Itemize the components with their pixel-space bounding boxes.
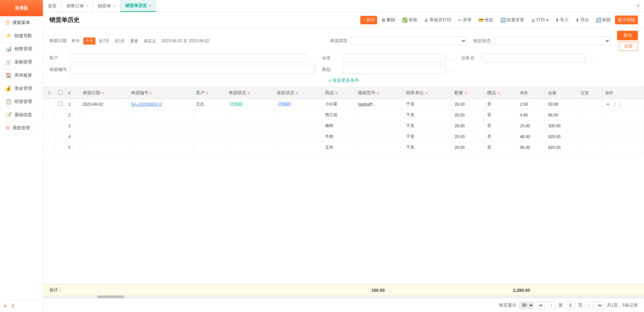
sidebar-item-quick-nav[interactable]: ⚡ 快捷导航: [0, 29, 43, 43]
delete-button[interactable]: 🗑 删除: [379, 16, 398, 24]
sort-unit-icon[interactable]: ⇅: [425, 91, 428, 95]
date-chip-more[interactable]: 更多: [128, 37, 140, 45]
date-chip-7days[interactable]: 近7天: [97, 37, 111, 45]
col-unit[interactable]: 销售单位 ⇅: [403, 87, 452, 99]
content-area: 销货单历史 + 新增 🗑 删除 ✅ 审核 🖨 审核并打印 ↩ 弃审: [43, 12, 644, 312]
tab-sales-order-close[interactable]: ×: [86, 4, 88, 8]
sort-qty-icon[interactable]: ⇅: [465, 91, 467, 95]
col-spec[interactable]: 规格型号 ⇅: [355, 87, 403, 99]
warehouse-input[interactable]: [342, 54, 446, 62]
doc-type-label: 单据类型: [330, 38, 348, 44]
refresh-button[interactable]: 🔃 刷新: [593, 16, 614, 24]
query-button[interactable]: 查询: [617, 31, 638, 40]
page-number-input[interactable]: [565, 301, 576, 309]
row-checkbox[interactable]: [58, 102, 63, 106]
col-gift[interactable]: 赠品 ⇅: [484, 87, 517, 99]
col-price: 单价: [517, 87, 545, 99]
next-page-button[interactable]: ›: [585, 301, 593, 309]
tab-sales-history-close[interactable]: ×: [149, 4, 151, 8]
sidebar-item-label: 资金管理: [15, 85, 32, 92]
sort-doc-status-icon[interactable]: ⇅: [247, 91, 250, 95]
sort-gift-icon[interactable]: ⇅: [497, 91, 500, 95]
docno-input[interactable]: [70, 65, 315, 74]
date-chip-yesterday[interactable]: 昨天: [70, 37, 82, 45]
row-customer: 王总: [193, 99, 226, 110]
date-chip-1month[interactable]: 近1月: [113, 37, 127, 45]
row-checkbox-cell: [55, 131, 65, 142]
import-button[interactable]: ⬆ 导入: [553, 16, 571, 24]
salesperson-dots[interactable]: ...: [587, 55, 594, 61]
sidebar-item-sys-mgmt[interactable]: ⚙ 系统管理: [0, 122, 43, 135]
first-page-button[interactable]: ⏮: [537, 301, 545, 309]
tab-home[interactable]: 首页: [43, 0, 62, 12]
row-seq: 5: [65, 142, 80, 153]
goods-dots[interactable]: ...: [448, 67, 455, 72]
sidebar-item-base-info[interactable]: 📝 基础信息: [0, 108, 43, 122]
setting-button[interactable]: 设置: [619, 42, 638, 51]
batch-change-label: 批量变更: [507, 17, 524, 23]
goods-input[interactable]: [342, 65, 446, 74]
tab-sales-order[interactable]: 销售订单 ×: [62, 0, 93, 12]
prev-page-button[interactable]: ‹: [548, 301, 556, 309]
last-page-button[interactable]: ⏭: [596, 301, 604, 309]
date-chip-today[interactable]: 今天: [83, 37, 95, 45]
receive-button[interactable]: 💳 收款: [476, 16, 496, 24]
table-scroll-bar[interactable]: [43, 295, 644, 298]
row-doc-no-link[interactable]: SA-20230602-0: [131, 102, 162, 107]
page-size-select[interactable]: 50: [519, 302, 534, 309]
pause-icon[interactable]: ⏸: [10, 303, 16, 309]
col-doc-no[interactable]: 单据编号 ⇅: [128, 87, 193, 99]
tab-sales-delivery-close[interactable]: ×: [113, 4, 115, 8]
col-settings[interactable]: ⚙: [43, 87, 55, 99]
review-print-button[interactable]: 🖨 审核并打印: [421, 16, 454, 24]
select-all-checkbox[interactable]: [58, 90, 63, 95]
sidebar-item-finance[interactable]: 💰 资金管理: [0, 82, 43, 95]
print-button[interactable]: 🖨 打印 ▾: [528, 16, 551, 24]
sort-customer-icon[interactable]: ⇅: [206, 91, 208, 95]
sidebar-item-inventory[interactable]: 🏠 库存核算: [0, 69, 43, 82]
col-doc-date[interactable]: 单据日期 ⇅: [80, 87, 128, 99]
show-detail-button[interactable]: 显示明细: [615, 16, 638, 24]
warehouse-dots[interactable]: ...: [448, 55, 455, 61]
sidebar-item-operations[interactable]: 📋 经营管理: [0, 95, 43, 108]
theme-icon[interactable]: ☀: [3, 303, 7, 309]
more-op-button[interactable]: ⋮⋮: [611, 102, 623, 107]
edit-op-button[interactable]: ✏: [605, 102, 611, 107]
customer-dots[interactable]: ...: [308, 55, 315, 61]
row-unit: 千克: [403, 131, 452, 142]
abandon-button[interactable]: ↩ 弃审: [455, 16, 474, 24]
export-button[interactable]: ⬇ 导出: [573, 16, 592, 24]
customer-input[interactable]: [70, 54, 306, 62]
tab-sales-history[interactable]: 销货单历史 ×: [120, 0, 156, 12]
doc-type-select[interactable]: [351, 36, 467, 45]
payment-status-select[interactable]: [494, 36, 610, 45]
col-goods[interactable]: 商品 ⇅: [323, 87, 355, 99]
collapse-button[interactable]: ∧ 收起更多条件: [328, 77, 359, 83]
sidebar-item-sales-mgmt[interactable]: 📊 销售管理: [0, 43, 43, 56]
sort-doc-no-icon[interactable]: ⇅: [149, 91, 152, 95]
window-close[interactable]: ×: [636, 2, 644, 9]
row-doc-no: [128, 142, 193, 153]
page-label: 第: [558, 302, 563, 308]
sort-doc-date-icon[interactable]: ⇅: [101, 91, 104, 95]
export-icon: ⬇: [576, 18, 579, 23]
batch-change-button[interactable]: 🔄 批量变更: [498, 16, 527, 24]
col-qty[interactable]: 数量 ⇅: [452, 87, 484, 99]
review-button[interactable]: ✅ 审核: [399, 16, 420, 24]
row-action: [602, 142, 644, 153]
row-action: [602, 121, 644, 131]
sidebar-item-search-menu[interactable]: ☰ 搜索菜单: [0, 16, 43, 29]
date-chip-custom[interactable]: 自定义: [142, 37, 158, 45]
sort-goods-icon[interactable]: ⇅: [335, 91, 338, 95]
col-doc-status[interactable]: 单据状态 ⇅: [226, 87, 274, 99]
delete-icon: 🗑: [381, 18, 386, 23]
tab-sales-delivery[interactable]: 销货单 ×: [93, 0, 120, 12]
new-button[interactable]: + 新增: [360, 16, 377, 24]
sort-payment-status-icon[interactable]: ⇅: [296, 91, 298, 95]
table-scroll-thumb[interactable]: [97, 295, 124, 298]
col-payment-status[interactable]: 收款状态 ⇅: [274, 87, 322, 99]
sidebar-item-purchase-mgmt[interactable]: 🛒 采购管理: [0, 56, 43, 69]
salesperson-input[interactable]: [482, 54, 585, 62]
sort-spec-icon[interactable]: ⇅: [376, 91, 379, 95]
col-customer[interactable]: 客户 ⇅: [193, 87, 226, 99]
